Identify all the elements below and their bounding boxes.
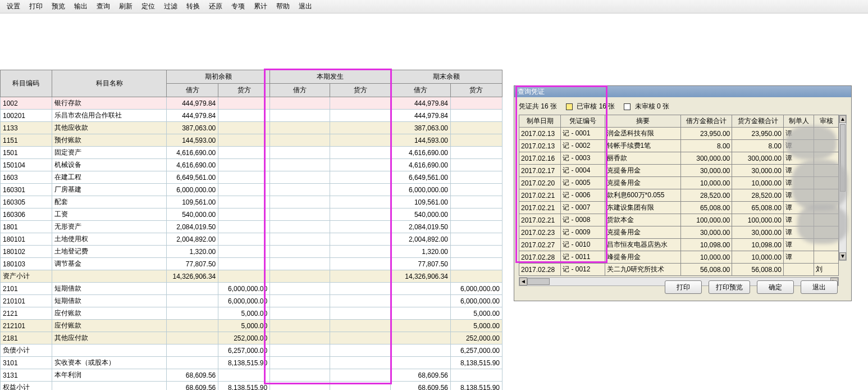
voucher-row[interactable]: 2017.02.27记 - 0010昌市恒友电器店热水10,098.0010,0… bbox=[519, 239, 839, 251]
cell bbox=[270, 171, 330, 184]
checkbox-audited-icon[interactable] bbox=[566, 103, 573, 110]
table-row[interactable]: 160301 厂房基建6,000,000.006,000,000.00 bbox=[1, 184, 502, 196]
table-row[interactable]: 资产小计14,326,906.3414,326,906.34 bbox=[1, 270, 502, 283]
table-row[interactable]: 2121应付账款5,000.005,000.00 bbox=[1, 307, 502, 320]
col-closing-debit[interactable]: 借方 bbox=[390, 84, 450, 97]
cell: 货款本金 bbox=[605, 214, 680, 226]
scroll-down-icon[interactable]: ▼ bbox=[839, 252, 846, 260]
voucher-row[interactable]: 2017.02.21记 - 0007东建设集团有限65,008.0065,008… bbox=[519, 202, 839, 214]
cell bbox=[270, 233, 330, 246]
table-row[interactable]: 160306 工资540,000.00540,000.00 bbox=[1, 208, 502, 221]
print-button[interactable]: 打印 bbox=[665, 280, 702, 294]
cell: 短期借款 bbox=[52, 295, 166, 307]
menu-item-3[interactable]: 输出 bbox=[70, 1, 92, 12]
menu-item-4[interactable]: 查询 bbox=[92, 1, 115, 12]
print-preview-button[interactable]: 打印预览 bbox=[709, 280, 750, 294]
scroll-up-icon[interactable]: ▲ bbox=[839, 115, 846, 123]
table-row[interactable]: 150104 机械设备4,616,690.004,616,690.00 bbox=[1, 159, 502, 171]
cell: 444,979.84 bbox=[167, 97, 218, 110]
col-code[interactable]: 科目编码 bbox=[1, 70, 52, 97]
cell bbox=[218, 270, 270, 283]
cell: 23,950.00 bbox=[680, 128, 732, 140]
cell bbox=[330, 357, 390, 369]
col-opening-debit[interactable]: 借方 bbox=[167, 84, 218, 97]
menu-item-6[interactable]: 定位 bbox=[137, 1, 159, 12]
table-row[interactable]: 1501固定资产4,616,690.004,616,690.00 bbox=[1, 147, 502, 159]
voucher-row[interactable]: 2017.02.20记 - 0005克提备用金10,000.0010,000.0… bbox=[519, 177, 839, 189]
table-row[interactable]: 1133其他应收款387,063.00387,063.00 bbox=[1, 122, 502, 134]
table-row[interactable]: 100201 乐昌市农信用合作联社444,979.84444,979.84 bbox=[1, 110, 502, 122]
cell bbox=[450, 221, 502, 233]
cell bbox=[330, 147, 390, 159]
table-row[interactable]: 3131本年利润68,609.5668,609.56 bbox=[1, 369, 502, 382]
col-current-debit[interactable]: 借方 bbox=[270, 84, 330, 97]
table-row[interactable]: 1801无形资产2,084,019.502,084,019.50 bbox=[1, 221, 502, 233]
cell: 160306 bbox=[1, 208, 52, 221]
menu-item-5[interactable]: 刷新 bbox=[115, 1, 137, 12]
cell: 乐昌市农信用合作联社 bbox=[52, 110, 166, 122]
table-row[interactable]: 210101 短期借款6,000,000.006,000,000.00 bbox=[1, 295, 502, 307]
cell: 克提备用金 bbox=[605, 177, 680, 189]
table-row[interactable]: 1002银行存款444,979.84444,979.84 bbox=[1, 97, 502, 110]
scroll-thumb[interactable] bbox=[527, 278, 550, 285]
col-opening-credit[interactable]: 货方 bbox=[218, 84, 270, 97]
cell bbox=[390, 357, 450, 369]
cell: 6,000,000.00 bbox=[218, 295, 270, 307]
menu-item-12[interactable]: 帮助 bbox=[272, 1, 294, 12]
menu-item-11[interactable]: 累计 bbox=[249, 1, 272, 12]
checkbox-unaudited-icon[interactable] bbox=[624, 103, 631, 110]
cell bbox=[218, 246, 270, 258]
table-row[interactable]: 180101 土地使用权2,004,892.002,004,892.00 bbox=[1, 233, 502, 246]
cell bbox=[330, 159, 390, 171]
table-row[interactable]: 160305 配套109,561.00109,561.00 bbox=[1, 196, 502, 208]
voucher-row[interactable]: 2017.02.21记 - 0006款利息600万*0.05528,520.00… bbox=[519, 189, 839, 202]
cell: 记 - 0009 bbox=[561, 226, 605, 239]
cell: 1133 bbox=[1, 122, 52, 134]
cell: 5,000.00 bbox=[218, 307, 270, 320]
cell: 2121 bbox=[1, 307, 52, 320]
vcol-credit[interactable]: 货方金额合计 bbox=[732, 115, 784, 128]
table-row[interactable]: 2181其他应付款252,000.00252,000.00 bbox=[1, 332, 502, 344]
voucher-row[interactable]: 2017.02.21记 - 0008货款本金100,000.00100,000.… bbox=[519, 214, 839, 226]
scroll-left-icon[interactable]: ◄ bbox=[519, 278, 527, 285]
table-row[interactable]: 2101短期借款6,000,000.006,000,000.00 bbox=[1, 283, 502, 295]
cell bbox=[390, 295, 450, 307]
menu-item-13[interactable]: 退出 bbox=[294, 1, 317, 12]
dialog-title[interactable]: 查询凭证 bbox=[514, 86, 851, 97]
menu-item-2[interactable]: 预览 bbox=[47, 1, 70, 12]
voucher-row[interactable]: 2017.02.17记 - 0004克提备用金30,000.0030,000.0… bbox=[519, 165, 839, 177]
col-current[interactable]: 本期发生 bbox=[270, 70, 391, 84]
menu-item-8[interactable]: 转换 bbox=[182, 1, 204, 12]
table-row[interactable]: 负债小计6,257,000.006,257,000.00 bbox=[1, 344, 502, 357]
exit-button[interactable]: 退出 bbox=[801, 280, 838, 294]
vcol-no[interactable]: 凭证编号 bbox=[561, 115, 605, 128]
vcol-date[interactable]: 制单日期 bbox=[519, 115, 561, 128]
col-current-credit[interactable]: 货方 bbox=[330, 84, 390, 97]
table-row[interactable]: 212101 应付账款5,000.005,000.00 bbox=[1, 320, 502, 332]
col-opening[interactable]: 期初余额 bbox=[167, 70, 270, 84]
table-row[interactable]: 180103 调节基金77,807.5077,807.50 bbox=[1, 258, 502, 270]
vcol-debit[interactable]: 借方金额合计 bbox=[680, 115, 732, 128]
table-row[interactable]: 权益小计68,609.568,138,515.9068,609.568,138,… bbox=[1, 382, 502, 391]
voucher-row[interactable]: 2017.02.28记 - 0011峰提备用金10,000.0010,000.0… bbox=[519, 251, 839, 264]
col-name[interactable]: 科目名称 bbox=[52, 70, 166, 97]
table-row[interactable]: 180102 土地登记费1,320.001,320.00 bbox=[1, 246, 502, 258]
table-row[interactable]: 1151预付账款144,593.00144,593.00 bbox=[1, 134, 502, 147]
cell: 10,098.00 bbox=[732, 239, 784, 251]
cell: 77,807.50 bbox=[167, 258, 218, 270]
menu-item-9[interactable]: 还原 bbox=[204, 1, 227, 12]
menu-item-0[interactable]: 设置 bbox=[2, 1, 25, 12]
menu-item-10[interactable]: 专项 bbox=[227, 1, 249, 12]
col-closing-credit[interactable]: 货方 bbox=[450, 84, 502, 97]
voucher-row[interactable]: 2017.02.23记 - 0009克提备用金30,000.0030,000.0… bbox=[519, 226, 839, 239]
vcol-summary[interactable]: 摘要 bbox=[605, 115, 680, 128]
ok-button[interactable]: 确定 bbox=[757, 280, 794, 294]
menu-item-1[interactable]: 打印 bbox=[25, 1, 47, 12]
col-closing[interactable]: 期末余额 bbox=[390, 70, 502, 84]
voucher-row[interactable]: 2017.02.28记 - 0012关二九0研究所技术56,008.0056,0… bbox=[519, 264, 839, 276]
menu-item-7[interactable]: 过滤 bbox=[159, 1, 182, 12]
table-row[interactable]: 1603在建工程6,649,561.006,649,561.00 bbox=[1, 171, 502, 184]
cell: 150104 bbox=[1, 159, 52, 171]
table-row[interactable]: 3101实收资本（或股本）8,138,515.908,138,515.90 bbox=[1, 357, 502, 369]
cell: 1,320.00 bbox=[167, 246, 218, 258]
